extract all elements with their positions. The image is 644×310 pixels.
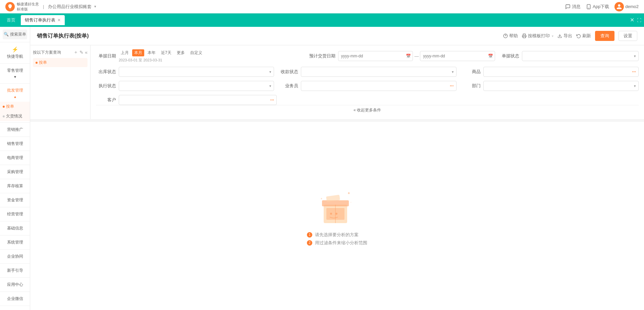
sidebar-operations-section: 经营管理: [0, 207, 30, 221]
date-tab-more[interactable]: 更多: [175, 49, 187, 56]
sidebar-purchase-section: 采购管理: [0, 165, 30, 179]
sidebar-item-finance[interactable]: 资金管理: [0, 195, 30, 206]
date-tab-curr-year[interactable]: 本年: [146, 49, 158, 56]
breadcrumb-title[interactable]: 办公用品行业模拟账套: [48, 4, 92, 10]
date-range-display: 2023-03-01 至 2023-03-31: [119, 58, 305, 63]
scheme-collapse-button[interactable]: «: [85, 50, 88, 55]
customer-label: 客户: [96, 97, 116, 103]
doc-status-label: 单据状态: [499, 53, 519, 59]
sidebar-sub-item-order[interactable]: 按单: [0, 102, 30, 111]
date-range-separator: —: [414, 54, 419, 59]
step-num-2: 2: [307, 240, 312, 246]
estimated-date-range: —: [338, 51, 495, 61]
dept-select[interactable]: [483, 81, 639, 91]
query-button[interactable]: 查询: [595, 31, 614, 41]
date-tabs: 上月 本月 本年 近7天 更多 自定义: [119, 49, 305, 56]
sidebar-enterprise-section: 企业协同: [0, 250, 30, 264]
sidebar-item-ecommerce[interactable]: 电商管理: [0, 152, 30, 163]
date-tab-prev-month[interactable]: 上月: [119, 49, 131, 56]
filter-section: 按以下方案查询 ＋ ✎ « 按单: [30, 45, 644, 119]
salesperson-input[interactable]: [301, 81, 456, 91]
scheme-active-dot: [36, 62, 38, 64]
salesperson-label: 业务员: [278, 83, 298, 89]
sidebar-item-marketing[interactable]: 营销推广: [0, 124, 30, 135]
app-download-button[interactable]: App下载: [586, 4, 609, 10]
date-tab-custom[interactable]: 自定义: [188, 49, 204, 56]
help-button[interactable]: 帮助: [503, 33, 518, 39]
sidebar-item-quick-nav[interactable]: ⚡ 快捷导航: [0, 44, 30, 62]
scheme-panel-header: 按以下方案查询 ＋ ✎ «: [33, 49, 88, 55]
sidebar-item-system[interactable]: 系统管理: [0, 237, 30, 248]
inactive-dot-icon: [3, 115, 5, 117]
filter-field-collection-status: 收款状态: [278, 67, 456, 77]
sidebar-item-newbie[interactable]: 新手引导: [0, 265, 30, 276]
salesperson-input-wrapper: ···: [301, 81, 456, 91]
collection-status-select[interactable]: [301, 67, 456, 77]
sidebar-sub-item-debt[interactable]: 欠货情况: [0, 111, 30, 121]
customer-input[interactable]: [119, 95, 277, 105]
sidebar-wholesale-section: 批发管理 ▴ 按单 欠货情况: [0, 84, 30, 123]
filter-field-doc-status: 单据状态: [499, 51, 639, 61]
date-tab-last7[interactable]: 近7天: [159, 49, 173, 56]
sidebar-basic-info-section: 基础信息: [0, 221, 30, 236]
estimated-date-end-input[interactable]: [420, 51, 495, 61]
out-status-select[interactable]: [119, 67, 274, 77]
sidebar-item-member[interactable]: 畅会员: [0, 307, 30, 310]
sidebar-item-wholesale[interactable]: 批发管理 ▴: [0, 85, 30, 102]
sidebar-item-enterprise[interactable]: 企业协同: [0, 251, 30, 262]
svg-text:✦: ✦: [320, 197, 323, 200]
sidebar-member-section: 畅会员: [0, 306, 30, 310]
doc-status-select[interactable]: [522, 51, 639, 61]
settings-button[interactable]: 设置: [619, 31, 637, 41]
sidebar-item-inventory[interactable]: 库存核算: [0, 180, 30, 192]
refresh-button[interactable]: 刷新: [576, 33, 591, 39]
exec-status-select[interactable]: [119, 81, 274, 91]
sidebar-retail-section: 零售管理 ▾: [0, 64, 30, 84]
user-menu[interactable]: demo2: [614, 2, 639, 11]
tab-close-icon[interactable]: ✕: [57, 18, 61, 22]
breadcrumb: |: [43, 4, 44, 9]
message-button[interactable]: 消息: [565, 4, 581, 10]
filter-row-2: 出库状态 收款状态: [96, 67, 639, 77]
filter-field-estimated-date: 预计交货日期 —: [309, 51, 495, 61]
estimated-date-start-input[interactable]: [338, 51, 413, 61]
collapse-bar[interactable]: « 收起更多条件: [96, 105, 639, 115]
goods-search-icon[interactable]: ···: [631, 69, 637, 74]
tab-close-all-button[interactable]: ✕: [630, 17, 634, 23]
breadcrumb-dropdown-icon[interactable]: ▾: [94, 4, 96, 9]
empty-illustration-svg: ✦ ✦ •: [317, 186, 357, 226]
svg-point-14: [330, 213, 332, 215]
collection-status-select-wrapper: [301, 67, 456, 77]
sidebar-item-basic-info[interactable]: 基础信息: [0, 223, 30, 234]
sidebar-item-app-center[interactable]: 应用中心: [0, 279, 30, 290]
search-menu-button[interactable]: 🔍 搜索菜单: [3, 30, 27, 39]
sidebar-item-sales-mgmt[interactable]: 销售管理: [0, 138, 30, 149]
exec-status-label: 执行状态: [96, 83, 116, 89]
sidebar-quick-nav: ⚡ 快捷导航: [0, 42, 30, 64]
scheme-add-button[interactable]: ＋: [73, 49, 78, 55]
tab-home[interactable]: 首页: [3, 15, 19, 25]
salesperson-search-icon[interactable]: ···: [448, 83, 455, 89]
tab-sales-exec[interactable]: 销售订单执行表 ✕: [21, 15, 65, 25]
sidebar-item-retail[interactable]: 零售管理 ▾: [0, 65, 30, 82]
content-area: 销售订单执行表(按单) 帮助 按模板打印 ▾ 导出 刷新: [30, 27, 644, 310]
sidebar-sub-wholesale: 按单 欠货情况: [0, 102, 30, 121]
top-bar-right: 消息 App下载 demo2: [565, 2, 639, 11]
scheme-panel-title: 按以下方案查询: [33, 50, 61, 55]
filter-row-1: 单据日期 上月 本月 本年 近7天 更多 自定义 20: [96, 49, 639, 63]
sidebar-item-purchase[interactable]: 采购管理: [0, 166, 30, 177]
export-button[interactable]: 导出: [557, 33, 572, 39]
step-num-1: 1: [307, 232, 312, 238]
tab-maximize-button[interactable]: ⛶: [637, 18, 641, 22]
sidebar-item-operations[interactable]: 经营管理: [0, 209, 30, 220]
sidebar-item-wechat[interactable]: 企业微信: [0, 293, 30, 304]
scheme-edit-button[interactable]: ✎: [79, 50, 84, 55]
date-tab-curr-month[interactable]: 本月: [132, 49, 144, 56]
print-button[interactable]: 按模板打印 ▾: [522, 33, 553, 39]
scheme-item-order[interactable]: 按单: [33, 58, 88, 67]
avatar: [614, 2, 624, 11]
goods-input[interactable]: [483, 67, 639, 77]
customer-search-icon[interactable]: ···: [269, 97, 276, 103]
filter-inner: 按以下方案查询 ＋ ✎ « 按单: [30, 45, 644, 119]
page-header-actions: 帮助 按模板打印 ▾ 导出 刷新 查询 设置: [503, 31, 637, 45]
